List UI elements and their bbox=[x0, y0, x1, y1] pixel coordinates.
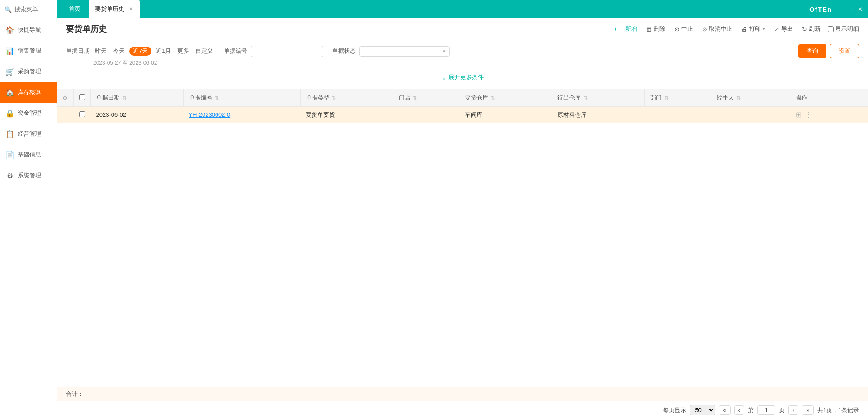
row-doctype: 要货单要货 bbox=[300, 107, 393, 123]
export-button[interactable]: ↗ 导出 bbox=[773, 24, 795, 34]
col-settings[interactable]: ⚙ bbox=[57, 89, 74, 107]
prev-page-button[interactable]: ‹ bbox=[734, 405, 744, 415]
query-button[interactable]: 查询 bbox=[798, 44, 826, 58]
export-icon: ↗ bbox=[774, 26, 779, 33]
sidebar-item-operation[interactable]: 📋 经营管理 bbox=[0, 124, 57, 144]
cancel-stop-button[interactable]: ⊘ 取消中止 bbox=[700, 24, 734, 34]
shortcut-today[interactable]: 今天 bbox=[111, 47, 127, 56]
sort-pending-wh-icon[interactable]: ⇅ bbox=[584, 95, 588, 100]
row-handler bbox=[711, 107, 790, 123]
refresh-icon: ↻ bbox=[802, 26, 807, 33]
inventory-icon: 🏠 bbox=[6, 88, 14, 96]
display-detail-checkbox[interactable] bbox=[828, 26, 834, 32]
row-store bbox=[393, 107, 459, 123]
status-dropdown-icon: ▾ bbox=[443, 48, 446, 54]
filter-area: 单据日期 昨天 今天 近7天 近1月 更多 自定义 单据编号 bbox=[57, 38, 868, 89]
col-req-warehouse: 要货仓库 ⇅ bbox=[459, 89, 552, 107]
date-range-display: 2023-05-27 至 2023-06-02 bbox=[93, 59, 859, 67]
ops-more-icon[interactable]: ⋮⋮ bbox=[805, 110, 820, 119]
table-footer: 合计： bbox=[57, 387, 868, 401]
sidebar-item-finance[interactable]: 🔒 资金管理 bbox=[0, 103, 57, 124]
sort-docno-icon[interactable]: ⇅ bbox=[215, 95, 219, 100]
topbar: 首页 要货单历史 ✕ OfTEn — □ ✕ bbox=[57, 0, 868, 18]
home-icon: 🏠 bbox=[6, 26, 14, 34]
refresh-button[interactable]: ↻ 刷新 bbox=[800, 24, 822, 34]
page-title: 要货单历史 bbox=[66, 24, 107, 34]
col-checkbox bbox=[74, 89, 91, 107]
row-date: 2023-06-02 bbox=[91, 107, 184, 123]
status-select[interactable]: ▾ bbox=[359, 46, 450, 57]
maximize-icon[interactable]: □ bbox=[849, 6, 852, 13]
toolbar: ＋ + 新增 🗑 删除 ⊘ 中止 ⊘ 取消中止 🖨 打印 bbox=[611, 24, 859, 34]
sort-dept-icon[interactable]: ⇅ bbox=[665, 95, 669, 100]
sidebar-item-sales[interactable]: 📊 销售管理 bbox=[0, 40, 57, 61]
total-info: 共1页，1条记录 bbox=[817, 406, 859, 414]
col-handler: 经手人 ⇅ bbox=[711, 89, 790, 107]
docno-filter-group: 单据编号 bbox=[224, 46, 323, 57]
search-icon: 🔍 bbox=[5, 6, 12, 13]
total-label: 合计： bbox=[66, 390, 84, 397]
tab-close-icon[interactable]: ✕ bbox=[129, 6, 133, 12]
date-shortcuts: 昨天 今天 近7天 近1月 更多 自定义 bbox=[93, 47, 215, 56]
shortcut-more[interactable]: 更多 bbox=[175, 47, 191, 56]
docno-input[interactable] bbox=[251, 46, 323, 57]
table-row: 2023-06-02 YH-20230602-0 要货单要货 车间库 原材料仓库 bbox=[57, 107, 868, 123]
pagination-bar: 每页显示 50 10 20 100 « ‹ 第 页 › » 共1页，1条记录 bbox=[57, 401, 868, 419]
delete-button[interactable]: 🗑 删除 bbox=[644, 24, 667, 34]
sidebar-item-basic[interactable]: 📄 基础信息 bbox=[0, 144, 57, 165]
row-docno: YH-20230602-0 bbox=[183, 107, 300, 123]
ops-view-icon[interactable]: ⊞ bbox=[796, 110, 802, 119]
data-table: ⚙ 单据日期 ⇅ 单据编号 ⇅ 单据类型 bbox=[57, 89, 868, 123]
close-window-icon[interactable]: ✕ bbox=[858, 6, 863, 13]
first-page-button[interactable]: « bbox=[719, 405, 730, 415]
clipboard-icon: 📋 bbox=[6, 130, 14, 138]
print-icon: 🖨 bbox=[741, 26, 747, 33]
status-filter-group: 单据状态 ▾ bbox=[332, 46, 450, 57]
col-store: 门店 ⇅ bbox=[393, 89, 459, 107]
shortcut-custom[interactable]: 自定义 bbox=[193, 47, 215, 56]
select-all-checkbox[interactable] bbox=[79, 94, 85, 100]
minimize-icon[interactable]: — bbox=[837, 6, 843, 13]
sidebar-search-label: 搜索菜单 bbox=[14, 5, 38, 14]
doc-icon: 📄 bbox=[6, 151, 14, 159]
print-button[interactable]: 🖨 打印 ▾ bbox=[740, 24, 767, 34]
col-department: 部门 ⇅ bbox=[644, 89, 711, 107]
sidebar-item-system[interactable]: ⚙ 系统管理 bbox=[0, 165, 57, 186]
next-page-button[interactable]: › bbox=[788, 405, 798, 415]
sort-req-wh-icon[interactable]: ⇅ bbox=[491, 95, 495, 100]
sidebar-item-label: 系统管理 bbox=[18, 171, 41, 180]
col-date: 单据日期 ⇅ bbox=[91, 89, 184, 107]
row-ops-cell: ⊞ ⋮⋮ bbox=[790, 107, 868, 123]
page-size-select[interactable]: 50 10 20 100 bbox=[690, 405, 715, 415]
row-checkbox[interactable] bbox=[79, 111, 85, 117]
sort-date-icon[interactable]: ⇅ bbox=[123, 95, 127, 100]
sort-store-icon[interactable]: ⇅ bbox=[413, 95, 417, 100]
sort-doctype-icon[interactable]: ⇅ bbox=[332, 95, 336, 100]
page-suffix: 页 bbox=[779, 406, 785, 414]
row-settings bbox=[57, 107, 74, 123]
col-pending-warehouse: 待出仓库 ⇅ bbox=[552, 89, 645, 107]
sort-handler-icon[interactable]: ⇅ bbox=[736, 95, 741, 100]
page-input[interactable] bbox=[757, 405, 775, 415]
expand-more-button[interactable]: ⌄ 展开更多条件 bbox=[66, 71, 859, 83]
shortcut-7days[interactable]: 近7天 bbox=[129, 47, 151, 56]
sidebar-search[interactable]: 🔍 搜索菜单 bbox=[0, 0, 57, 19]
tab-requisition-history[interactable]: 要货单历史 ✕ bbox=[89, 0, 140, 18]
sidebar-item-quick-nav[interactable]: 🏠 快捷导航 bbox=[0, 19, 57, 40]
chart-icon: 📊 bbox=[6, 47, 14, 55]
cart-icon: 🛒 bbox=[6, 67, 14, 76]
tab-home[interactable]: 首页 bbox=[62, 0, 87, 18]
lock-icon: 🔒 bbox=[6, 109, 14, 117]
row-docno-link[interactable]: YH-20230602-0 bbox=[189, 111, 230, 118]
row-checkbox-cell bbox=[74, 107, 91, 123]
shortcut-1month[interactable]: 近1月 bbox=[154, 47, 173, 56]
sidebar-item-inventory[interactable]: 🏠 库存核算 bbox=[0, 82, 57, 103]
date-filter-group: 单据日期 昨天 今天 近7天 近1月 更多 自定义 bbox=[66, 47, 215, 56]
add-button[interactable]: ＋ + 新增 bbox=[611, 24, 639, 34]
sidebar-item-purchase[interactable]: 🛒 采购管理 bbox=[0, 61, 57, 82]
last-page-button[interactable]: » bbox=[802, 405, 813, 415]
display-detail-toggle[interactable]: 显示明细 bbox=[828, 25, 859, 33]
shortcut-yesterday[interactable]: 昨天 bbox=[93, 47, 108, 56]
setting-button[interactable]: 设置 bbox=[830, 44, 859, 58]
stop-button[interactable]: ⊘ 中止 bbox=[673, 24, 695, 34]
